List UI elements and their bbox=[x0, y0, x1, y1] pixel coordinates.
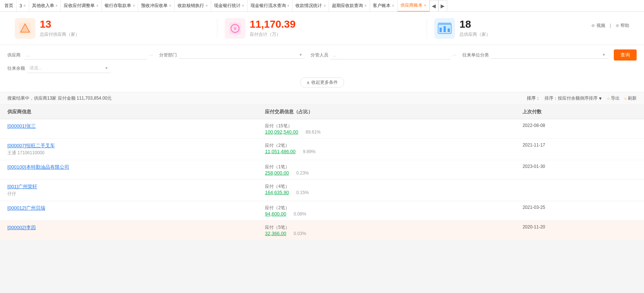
close-cash-bank-stat-icon[interactable]: × bbox=[242, 4, 244, 8]
stat-block-total-suppliers: 18 总供应商（家） ⊙ 视频 ｜ ⊙ 帮助 bbox=[427, 18, 637, 39]
close-tab3-icon[interactable]: × bbox=[24, 4, 26, 8]
nav-ar-ap-adjust[interactable]: 应收应付调整单 × bbox=[61, 0, 102, 12]
close-advance-ar-icon[interactable]: × bbox=[169, 4, 171, 8]
collapse-icon: ∧ bbox=[307, 80, 310, 85]
supplier-link[interactable]: [000001]张三 bbox=[7, 123, 36, 129]
tx-percent: 89.61% bbox=[306, 130, 321, 135]
tx-info-cell: 应付（2笔）94,600.000.08% bbox=[258, 201, 515, 221]
sort-text: 排序：按应付余额倒序排序 bbox=[545, 95, 598, 101]
person-input[interactable] bbox=[330, 51, 450, 59]
dept-select[interactable]: ▼ bbox=[179, 51, 305, 59]
refresh-circle-icon: ○ bbox=[624, 96, 627, 101]
dept-label: 分管部门 bbox=[159, 52, 177, 58]
tx-label: 应付（1笔） bbox=[265, 164, 508, 170]
category-label: 往来单位分类 bbox=[462, 52, 489, 58]
nav-home[interactable]: 首页 bbox=[1, 0, 17, 12]
video-link[interactable]: ⊙ 视频 bbox=[591, 23, 605, 29]
supplier-link[interactable]: [001]广州荣轩 bbox=[7, 184, 37, 189]
nav-payment-exec[interactable]: 收款核销执行 × bbox=[175, 0, 211, 12]
supplier-info-cell: [000001]张三 bbox=[0, 119, 258, 139]
balance-select[interactable]: 请选... ▼ bbox=[27, 63, 111, 73]
collapse-row: ∧ 收起更多条件 bbox=[7, 76, 637, 89]
tx-percent: 9.89% bbox=[303, 149, 315, 154]
stat-label-payable: 总应付供应商（家） bbox=[40, 31, 80, 38]
category-chevron-icon: ▼ bbox=[602, 53, 606, 57]
close-bank-deposit-icon[interactable]: × bbox=[133, 4, 135, 8]
sort-button[interactable]: 排序：按应付余额倒序排序 ▼ bbox=[545, 95, 603, 101]
supplier-link[interactable]: [000002]李四 bbox=[7, 225, 36, 230]
nav-tab3[interactable]: 3 × bbox=[17, 0, 29, 12]
last-payment-date: 2021-03-25 bbox=[522, 205, 545, 210]
stat-icon-payable bbox=[15, 18, 35, 39]
nav-advance-ar[interactable]: 预收冲应收单 × bbox=[138, 0, 175, 12]
nav-collection-stat[interactable]: 收款情况统计 × bbox=[293, 0, 329, 12]
col-tx-info: 应付交易信息（占比） bbox=[258, 105, 515, 119]
balance-chevron-icon: ▼ bbox=[105, 66, 108, 70]
tx-label: 应付（15笔） bbox=[265, 123, 508, 129]
supplier-sub-info: 仔仔 bbox=[7, 191, 250, 197]
tx-info-cell: 应付（2笔）11,051,486.009.89% bbox=[258, 139, 515, 160]
nav-bank-deposit[interactable]: 银行存取款单 × bbox=[102, 0, 138, 12]
close-ar-ap-adjust-icon[interactable]: × bbox=[96, 4, 98, 8]
tx-amount[interactable]: 11,051,486.00 bbox=[265, 149, 295, 154]
tx-amount[interactable]: 32,366.00 bbox=[265, 231, 286, 236]
close-supplier-ledger-icon[interactable]: × bbox=[424, 3, 426, 7]
svg-rect-7 bbox=[440, 28, 442, 32]
table-row: [001]广州荣轩仔仔应付（4笔）164,635.900.15% bbox=[0, 180, 644, 201]
supplier-input[interactable] bbox=[24, 51, 147, 59]
tx-label: 应付（4笔） bbox=[265, 183, 508, 190]
tx-amount[interactable]: 258,000.00 bbox=[265, 170, 289, 176]
supplier-info-cell: [000100]本特勤油品有限公司 bbox=[0, 160, 258, 180]
sort-chevron-icon: ▼ bbox=[598, 96, 603, 101]
stat-label-total-suppliers: 总供应商（家） bbox=[459, 31, 490, 38]
svg-text:¥: ¥ bbox=[233, 26, 237, 31]
query-button[interactable]: 查询 bbox=[614, 49, 637, 61]
stat-label-payable-total: 应付合计（万） bbox=[250, 31, 296, 38]
nav-supplier-ledger[interactable]: 供应商账本 × bbox=[398, 0, 430, 12]
supplier-link[interactable]: [000100]本特勤油品有限公司 bbox=[7, 164, 69, 170]
close-collection-stat-icon[interactable]: × bbox=[323, 4, 326, 8]
nav-payment-exec-label: 收款核销执行 bbox=[178, 3, 204, 9]
tx-amount[interactable]: 100,092,540.00 bbox=[265, 129, 298, 135]
last-payment-cell: 2020-11-20 bbox=[515, 221, 644, 240]
filter-group-supplier: 供应商 ··· bbox=[7, 51, 153, 59]
supplier-link[interactable]: [000007]恒旺二手叉车 bbox=[7, 143, 55, 148]
collapse-button[interactable]: ∧ 收起更多条件 bbox=[300, 77, 344, 87]
refresh-button[interactable]: ○ 刷新 bbox=[624, 95, 637, 101]
export-circle-icon: ○ bbox=[607, 96, 610, 101]
category-select[interactable]: ▼ bbox=[491, 51, 608, 59]
nav-cash-bank-query-label: 现金银行流水查询 bbox=[251, 3, 286, 9]
table-body: [000001]张三应付（15笔）100,092,540.0089.61%202… bbox=[0, 119, 644, 240]
close-overdue-ar-icon[interactable]: × bbox=[364, 4, 367, 8]
supplier-link[interactable]: [000012]广州贝瑞 bbox=[7, 205, 45, 211]
nav-cash-bank-stat[interactable]: 现金银行统计 × bbox=[211, 0, 248, 12]
filter-group-person: 分管人员 ··· bbox=[311, 51, 456, 59]
last-payment-cell: 2021-03-25 bbox=[515, 201, 644, 221]
divider: ｜ bbox=[608, 23, 613, 29]
supplier-input-icon[interactable]: ··· bbox=[149, 52, 153, 58]
supplier-info-cell: [000007]恒旺二手叉车王通 17106110000 bbox=[0, 139, 258, 160]
export-button[interactable]: ○ 导出 bbox=[607, 95, 620, 101]
tx-label: 应付（5笔） bbox=[265, 224, 508, 231]
tx-percent: 0.23% bbox=[296, 170, 309, 176]
filter-group-category: 往来单位分类 ▼ bbox=[462, 51, 608, 59]
person-label: 分管人员 bbox=[311, 52, 328, 58]
nav-customer-ledger[interactable]: 客户账本 × bbox=[370, 0, 398, 12]
tx-amount[interactable]: 164,635.90 bbox=[265, 190, 289, 195]
person-input-icon[interactable]: ··· bbox=[452, 52, 456, 58]
close-cash-bank-query-icon[interactable]: × bbox=[287, 4, 290, 8]
nav-prev-arrow[interactable]: ◀ bbox=[430, 0, 438, 12]
close-customer-ledger-icon[interactable]: × bbox=[392, 4, 394, 8]
nav-other-income[interactable]: 其他收入单 × bbox=[29, 0, 61, 12]
nav-cash-bank-query[interactable]: 现金银行流水查询 × bbox=[248, 0, 293, 12]
close-other-income-icon[interactable]: × bbox=[56, 4, 58, 8]
table-row: [000002]李四应付（5笔）32,366.000.03%2020-11-20 bbox=[0, 221, 644, 240]
close-payment-exec-icon[interactable]: × bbox=[206, 4, 208, 8]
tx-info-cell: 应付（5笔）32,366.000.03% bbox=[258, 221, 515, 240]
help-link[interactable]: ⊙ 帮助 bbox=[616, 23, 629, 29]
filter-row-2: 往来余额 请选... ▼ bbox=[7, 63, 637, 73]
supplier-sub-info: 王通 17106110000 bbox=[7, 150, 250, 156]
nav-overdue-ar[interactable]: 超期应收款查询 × bbox=[329, 0, 370, 12]
nav-next-arrow[interactable]: ▶ bbox=[438, 0, 447, 12]
tx-amount[interactable]: 94,600.00 bbox=[265, 211, 286, 217]
